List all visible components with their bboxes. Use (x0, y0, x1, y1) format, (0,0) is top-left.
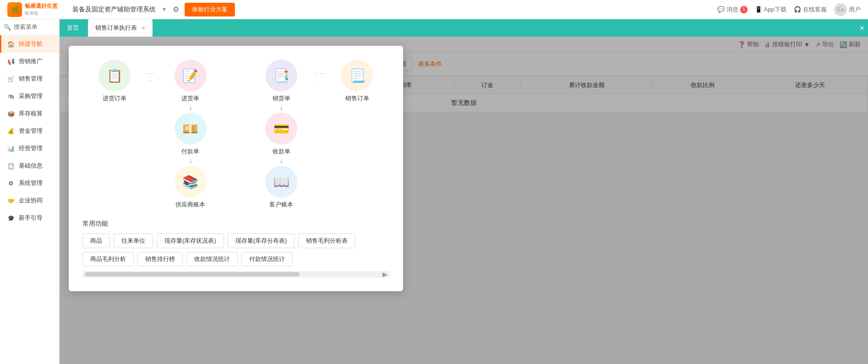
supplier-ledger-icon: 📚 (175, 166, 207, 198)
payment-node[interactable]: 💴 付款单 (158, 113, 223, 156)
brand-area: 🌿 畅康通好生意 标准版 (7, 2, 67, 17)
purchase-order-group: 📋 进货订单 (82, 60, 147, 103)
sales-bill-node[interactable]: 📑 销货单 (249, 60, 313, 103)
main-content: 首页 销售订单执行表 × × ❓ 帮助 🖨 (60, 19, 868, 364)
newbie-icon: 🎓 (7, 214, 15, 222)
service-label: 在线客服 (803, 5, 827, 14)
service-icon: 🎧 (794, 6, 801, 13)
marketing-label: 营销推广 (19, 57, 43, 65)
sales-order-icon: 📃 (341, 60, 373, 92)
operations-label: 经营管理 (19, 144, 43, 152)
top-bar: 🌿 畅康通好生意 标准版 装备及固定资产辅助管理系统 ▼ ⚙ 体验行业方案 💬 … (0, 0, 868, 19)
purchase-bill-label: 进货单 (181, 94, 199, 103)
receipt-node[interactable]: 💳 收款单 (249, 113, 313, 156)
purchase-label: 采购管理 (19, 92, 43, 100)
sales-order-group: 📃 销售订单 (325, 60, 389, 103)
app-download-label: App下载 (764, 5, 786, 14)
scroll-bar-thumb (85, 272, 300, 277)
user-item[interactable]: Ea 用户 (834, 3, 861, 16)
sidebar-item-quick-nav[interactable]: 🏠 快捷导航 (0, 35, 59, 53)
sidebar-item-operations[interactable]: 📊 经营管理 (0, 140, 59, 157)
brand-logo: 🌿 (7, 2, 22, 17)
system-title: 装备及固定资产辅助管理系统 (72, 5, 156, 14)
finance-icon: 💰 (7, 127, 15, 135)
sidebar: 🔍 搜索菜单 🏠 快捷导航 📢 营销推广 🛒 销售管理 🛍 采购管理 📦 (0, 19, 60, 364)
top-bar-left: 🌿 畅康通好生意 标准版 装备及固定资产辅助管理系统 ▼ ⚙ 体验行业方案 (7, 2, 235, 17)
message-item[interactable]: 💬 消息 5 (717, 5, 748, 14)
purchase-order-icon: 📋 (98, 60, 131, 92)
arrow-down-4: ↓ (279, 157, 283, 165)
app-download-item[interactable]: 📱 App下载 (755, 5, 786, 14)
try-button[interactable]: 体验行业方案 (185, 3, 235, 16)
btn-receipt-stats[interactable]: 收款情况统计 (186, 252, 238, 266)
arrow-1: - - - - → (147, 60, 158, 83)
sales-order-tab-label: 销售订单执行表 (95, 24, 137, 32)
purchase-bill-icon: 📝 (175, 60, 207, 92)
supplier-ledger-node[interactable]: 📚 供应商账本 (158, 166, 223, 209)
sales-icon: 🛒 (7, 75, 15, 83)
inventory-label: 库存核算 (19, 109, 43, 118)
basic-label: 基础信息 (19, 162, 43, 170)
common-section: 常用功能 商品 往来单位 现存量(库存状况表) 现存量(库存分布表) 销售毛利分… (82, 220, 389, 266)
tab-home[interactable]: 首页 (60, 19, 86, 37)
purchase-bill-node[interactable]: 📝 进货单 (158, 60, 223, 103)
tab-bar: 首页 销售订单执行表 × × (60, 19, 868, 37)
arrow-down-2: ↓ (279, 103, 283, 112)
basic-icon: 📋 (7, 162, 15, 170)
common-buttons: 商品 往来单位 现存量(库存状况表) 现存量(库存分布表) 销售毛利分析表 商品… (82, 234, 389, 266)
sidebar-item-basic[interactable]: 📋 基础信息 (0, 157, 59, 174)
customer-ledger-label: 客户账本 (269, 201, 293, 209)
btn-sales-gross[interactable]: 销售毛利分析表 (298, 234, 355, 248)
tab-close-button[interactable]: × (142, 24, 145, 32)
purchase-icon: 🛍 (7, 92, 15, 100)
system-icon: ⚙ (7, 179, 15, 187)
btn-goods-gross[interactable]: 商品毛利分析 (82, 252, 134, 266)
sidebar-item-purchase[interactable]: 🛍 采购管理 (0, 87, 59, 105)
purchase-order-node[interactable]: 📋 进货订单 (82, 60, 147, 103)
purchase-bill-group: 📝 进货单 ↓ 💴 付款单 ↓ (158, 60, 223, 209)
tab-sales-order[interactable]: 销售订单执行表 × (88, 19, 153, 37)
payment-label: 付款单 (181, 147, 199, 156)
dropdown-icon[interactable]: ▼ (161, 6, 167, 13)
btn-stock-dist[interactable]: 现存量(库存分布表) (228, 234, 295, 248)
message-label: 消息 (726, 5, 738, 14)
username-label: 用户 (849, 5, 861, 14)
quick-nav-label: 快捷导航 (19, 40, 43, 48)
btn-counterpart[interactable]: 往来单位 (114, 234, 153, 248)
message-badge: 5 (740, 6, 748, 13)
settings-icon[interactable]: ⚙ (173, 5, 179, 14)
sales-bill-group: 📑 销货单 ↓ 💳 收款单 ↓ (249, 60, 313, 209)
sidebar-item-marketing[interactable]: 📢 营销推广 (0, 53, 59, 70)
sales-order-label: 销售订单 (345, 94, 369, 103)
sidebar-item-newbie[interactable]: 🎓 新手引导 (0, 209, 59, 227)
sidebar-item-inventory[interactable]: 📦 库存核算 (0, 105, 59, 122)
scroll-right-arrow[interactable]: ▶ (382, 271, 388, 278)
popup-box: 📋 进货订单 - - - - → (69, 46, 403, 291)
sidebar-item-system[interactable]: ⚙ 系统管理 (0, 174, 59, 192)
sales-order-node[interactable]: 📃 销售订单 (325, 60, 389, 103)
brand-sub: 标准版 (25, 10, 58, 16)
sidebar-item-finance[interactable]: 💰 资金管理 (0, 122, 59, 140)
window-close-button[interactable]: × (859, 23, 864, 33)
scroll-bar-area[interactable]: ▶ (82, 271, 389, 277)
customer-ledger-node[interactable]: 📖 客户账本 (249, 166, 313, 209)
flow-section: 📋 进货订单 - - - - → (82, 60, 389, 209)
receipt-icon: 💳 (265, 113, 297, 145)
payment-icon: 💴 (175, 113, 207, 145)
brand-name: 畅康通好生意 (25, 2, 58, 10)
receipt-label: 收款单 (273, 147, 290, 156)
btn-goods[interactable]: 商品 (82, 234, 110, 248)
common-title: 常用功能 (82, 220, 389, 228)
arrow-down-3: ↓ (189, 157, 192, 165)
btn-payment-stats[interactable]: 付款情况统计 (241, 252, 293, 266)
btn-stock-status[interactable]: 现存量(库存状况表) (157, 234, 224, 248)
online-service-item[interactable]: 🎧 在线客服 (794, 5, 827, 14)
btn-sales-rank[interactable]: 销售排行榜 (137, 252, 183, 266)
sidebar-search[interactable]: 🔍 搜索菜单 (0, 19, 59, 35)
sidebar-item-sales[interactable]: 🛒 销售管理 (0, 70, 59, 87)
enterprise-label: 企业协同 (19, 196, 43, 205)
sales-bill-label: 销货单 (273, 94, 290, 103)
content-area: ❓ 帮助 🖨 按模板打印 ▼ ↗ 导出 🔄 刷新 (60, 37, 868, 364)
sidebar-item-enterprise[interactable]: 🤝 企业协同 (0, 192, 59, 209)
sales-bill-icon: 📑 (265, 60, 297, 92)
